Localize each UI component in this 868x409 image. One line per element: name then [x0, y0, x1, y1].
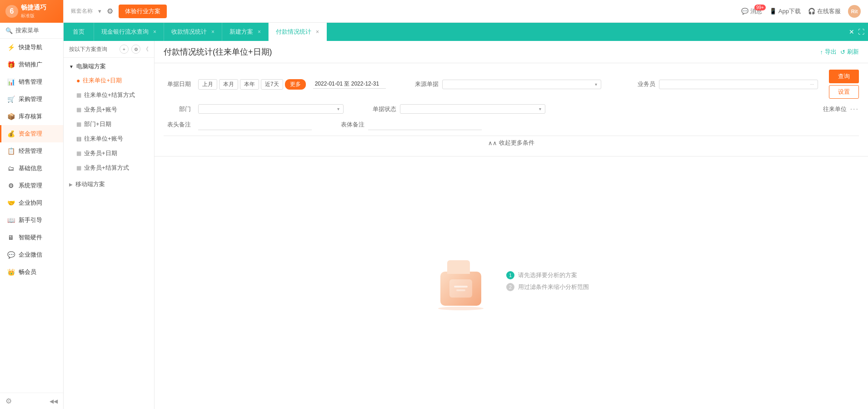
date-last-7days-btn[interactable]: 近7天 — [261, 79, 283, 90]
app-download-label: App下载 — [778, 7, 801, 15]
dept-select[interactable]: ▾ — [198, 104, 344, 114]
user-avatar[interactable]: Rit — [848, 5, 861, 18]
sidebar-item-purchase[interactable]: 🛒 采购管理 — [0, 91, 63, 108]
scheme-item-partner-account[interactable]: ▤ 往来单位+账号 — [64, 131, 154, 146]
mobile-section-header[interactable]: ▶ 移动端方案 — [64, 177, 154, 192]
topbar-right: 💬 消息 99+ 📱 App下载 🎧 在线客服 Rit — [741, 5, 861, 18]
expand-window-icon[interactable]: ⛶ — [858, 28, 864, 35]
add-scheme-btn[interactable]: + — [120, 45, 129, 54]
date-range-input[interactable] — [313, 80, 386, 89]
settings-icon[interactable]: ⚙ — [5, 397, 12, 405]
message-icon: 💬 — [741, 8, 748, 15]
sidebar-item-guide[interactable]: 📖 新手引导 — [0, 212, 63, 229]
sidebar-item-member[interactable]: 👑 畅会员 — [0, 263, 63, 281]
nav-icon-marketing: 🎁 — [7, 61, 15, 69]
scheme-panel-header: 按以下方案查询 + ⚙ 《 — [64, 41, 154, 58]
body-note-input[interactable] — [368, 119, 482, 130]
hint-text-2: 用过滤条件来缩小分析范围 — [518, 283, 589, 291]
tab-home-label: 首页 — [73, 28, 85, 36]
scheme-item-salesman-date[interactable]: ▦ 业务员+日期 — [64, 146, 154, 161]
gear-icon: ⚙ — [134, 47, 138, 52]
collapse-sidebar-icon[interactable]: ◀◀ — [50, 398, 58, 404]
scheme-header-actions: + ⚙ — [120, 45, 140, 54]
partner-dots-btn[interactable]: ··· — [850, 105, 859, 113]
close-all-tabs-icon[interactable]: ✕ — [849, 28, 854, 35]
sidebar: 6 畅捷通巧 标准版 🔍 搜索菜单 ⚡ 快捷导航 🎁 营销推广 📊 销售管理 🛒… — [0, 0, 64, 409]
scheme-item-dept-date[interactable]: ▦ 部门+日期 — [64, 117, 154, 131]
sidebar-item-basic[interactable]: 🗂 基础信息 — [0, 160, 63, 177]
sidebar-item-capital[interactable]: 💰 资金管理 — [0, 125, 63, 142]
tab-new-scheme-close[interactable]: × — [258, 29, 261, 35]
nav-label-purchase: 采购管理 — [19, 95, 42, 103]
nav-label-enterprise: 企业协同 — [19, 199, 42, 207]
sidebar-item-quick-nav[interactable]: ⚡ 快捷导航 — [0, 39, 63, 56]
tab-receipt-stats-close[interactable]: × — [211, 29, 215, 35]
sidebar-bottom: ⚙ ◀◀ — [0, 393, 63, 409]
sidebar-item-sales[interactable]: 📊 销售管理 — [0, 73, 63, 91]
scheme-collapse-btn[interactable]: 《 — [143, 45, 149, 53]
topbar: 账套名称 ▾ ⚙ 体验行业方案 💬 消息 99+ 📱 App下载 🎧 在线客服 … — [64, 0, 868, 23]
trial-btn[interactable]: 体验行业方案 — [119, 5, 167, 18]
tab-receipt-stats[interactable]: 收款情况统计 × — [164, 23, 222, 41]
search-menu[interactable]: 🔍 搜索菜单 — [0, 23, 63, 39]
refresh-label: 刷新 — [847, 48, 859, 56]
empty-hint-2: 2 用过滤条件来缩小分析范围 — [506, 283, 589, 291]
export-btn[interactable]: ↑ 导出 — [820, 48, 837, 56]
sidebar-item-marketing[interactable]: 🎁 营销推广 — [0, 56, 63, 73]
tab-payment-stats-close[interactable]: × — [316, 29, 319, 35]
scheme-item-salesman-account[interactable]: ▦ 业务员+账号 — [64, 102, 154, 117]
tab-new-scheme[interactable]: 新建方案 × — [222, 23, 269, 41]
account-name: 账套名称 — [71, 7, 93, 15]
mobile-expand-icon: ▶ — [69, 182, 73, 187]
online-service-btn[interactable]: 🎧 在线客服 — [808, 7, 841, 15]
scheme-item-partner-date[interactable]: ● 往来单位+日期 — [64, 73, 154, 88]
doc-status-select[interactable]: ▾ — [400, 104, 545, 114]
logo-icon: 6 — [5, 5, 18, 18]
header-note-input[interactable] — [198, 119, 312, 130]
sidebar-item-enterprise[interactable]: 🤝 企业协同 — [0, 194, 63, 212]
scheme-header-label: 按以下方案查询 — [69, 45, 107, 53]
partner-label: 往来单位 — [819, 105, 847, 113]
scheme-active-icon: ● — [76, 77, 80, 84]
page-header: 付款情况统计(往来单位+日期) ↑ 导出 ↺ 刷新 — [155, 41, 868, 63]
date-more-btn[interactable]: 更多 — [285, 79, 306, 90]
scheme-item-salesman-settle[interactable]: ▦ 业务员+结算方式 — [64, 161, 154, 175]
filter-row-3: 表头备注 表体备注 — [164, 119, 859, 130]
tabbar: 首页 现金银行流水查询 × 收款情况统计 × 新建方案 × 付款情况统计 × ✕… — [64, 23, 868, 41]
source-doc-select[interactable]: ▾ — [442, 80, 601, 89]
tab-bank-flow-close[interactable]: × — [153, 29, 156, 35]
filter-settings-btn[interactable]: 设置 — [829, 85, 859, 99]
sidebar-item-inventory[interactable]: 📦 库存核算 — [0, 108, 63, 125]
sidebar-item-hardware[interactable]: 🖥 智能硬件 — [0, 229, 63, 246]
tab-payment-stats[interactable]: 付款情况统计 × — [269, 23, 327, 41]
scheme-item-partner-settle[interactable]: ▦ 往来单位+结算方式 — [64, 88, 154, 102]
messages-btn[interactable]: 💬 消息 99+ — [741, 7, 762, 15]
nav-label-quick: 快捷导航 — [19, 43, 42, 51]
date-this-year-btn[interactable]: 本年 — [240, 79, 259, 90]
query-btn[interactable]: 查询 — [829, 70, 859, 83]
topbar-settings-icon[interactable]: ⚙ — [107, 7, 113, 15]
collapse-arrow-icon: ∧∧ — [488, 140, 497, 146]
dropdown-arrow-icon[interactable]: ▾ — [98, 8, 101, 15]
sidebar-item-wechat[interactable]: 💬 企业微信 — [0, 246, 63, 263]
app-download-btn[interactable]: 📱 App下载 — [769, 7, 801, 15]
filter-area: 单据日期 上月 本月 本年 近7天 更多 来源单据 ▾ — [155, 63, 868, 157]
online-service-label: 在线客服 — [817, 7, 841, 15]
date-this-month-btn[interactable]: 本月 — [219, 79, 238, 90]
refresh-btn[interactable]: ↺ 刷新 — [840, 48, 859, 56]
source-doc-label: 来源单据 — [411, 80, 439, 88]
salesman-select[interactable]: ··· — [659, 80, 818, 89]
nav-icon-guide: 📖 — [7, 216, 15, 224]
date-last-month-btn[interactable]: 上月 — [198, 79, 217, 90]
nav-icon-member: 👑 — [7, 268, 15, 276]
sidebar-item-system[interactable]: ⚙ 系统管理 — [0, 177, 63, 194]
collapse-more-btn[interactable]: ∧∧ 收起更多条件 — [164, 136, 859, 150]
tab-home[interactable]: 首页 — [64, 23, 94, 41]
table-icon-1: ▦ — [76, 106, 81, 113]
tab-bank-flow[interactable]: 现金银行流水查询 × — [94, 23, 164, 41]
headset-icon: 🎧 — [808, 8, 815, 15]
table-icon-2: ▦ — [76, 121, 81, 127]
sidebar-item-operations[interactable]: 📋 经营管理 — [0, 142, 63, 160]
scheme-settings-btn[interactable]: ⚙ — [131, 45, 140, 54]
desktop-section-header[interactable]: ▼ 电脑端方案 — [64, 60, 154, 73]
